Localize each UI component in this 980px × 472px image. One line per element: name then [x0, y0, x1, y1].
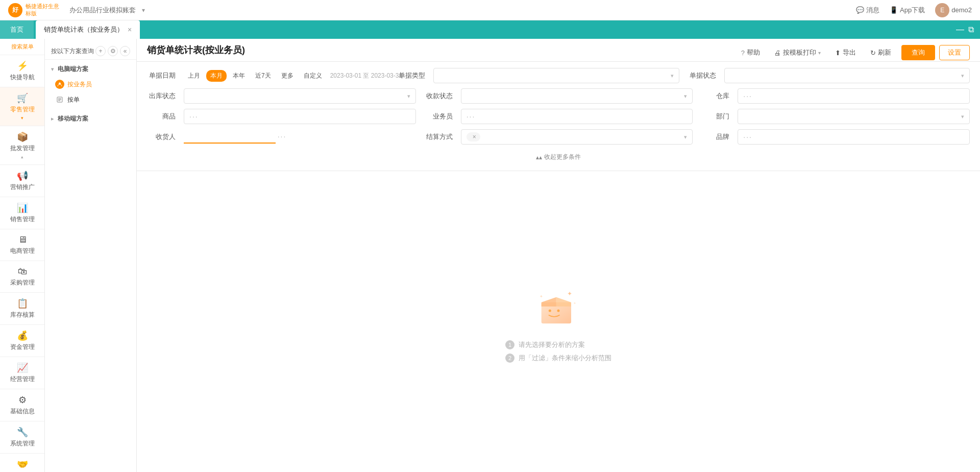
sidebar-item-wholesale[interactable]: 📦 批发管理 ▴: [0, 126, 44, 165]
app-title: 办公用品行业模拟账套: [69, 6, 136, 15]
sidebar-item-ecommerce[interactable]: 🖥 电商管理: [0, 229, 44, 261]
dept-control: ▾: [738, 109, 970, 124]
date-tab-more[interactable]: 更多: [277, 70, 298, 82]
sidebar-item-sales[interactable]: 📊 销售管理: [0, 197, 44, 229]
staff-dots: ···: [467, 112, 476, 121]
export-button[interactable]: ⬆ 导出: [831, 46, 860, 59]
doc-status-select[interactable]: ▾: [724, 68, 970, 83]
settlement-arrow: ▾: [684, 134, 687, 140]
date-tab-last-month[interactable]: 上月: [184, 70, 204, 82]
tab-close-button[interactable]: ×: [128, 26, 132, 34]
settlement-clear-button[interactable]: ×: [473, 133, 476, 140]
sidebar-item-basic[interactable]: ⚙ 基础信息: [0, 389, 44, 421]
sales-icon: 📊: [17, 202, 28, 214]
settlement-select[interactable]: × ▾: [461, 129, 693, 145]
sidebar-item-enterprise[interactable]: 🤝 企业协同: [0, 454, 44, 472]
consignee-input[interactable]: [184, 131, 276, 144]
warehouse-select[interactable]: ···: [738, 88, 970, 104]
main-layout: 搜索菜单 ⚡ 快捷导航 🛒 零售管理 ▾ 📦 批发管理 ▴ 📢 营销推广 📊 销…: [0, 39, 980, 472]
scheme-group-desktop-title[interactable]: ▾ 电脑端方案: [45, 62, 136, 77]
retail-arrow: ▾: [21, 115, 23, 121]
tab-restore-button[interactable]: ⧉: [968, 25, 974, 34]
staff-select[interactable]: ···: [461, 109, 693, 124]
date-control: 上月 本月 本年 近7天 更多 自定义 2023-03-01 至 2023-03…: [184, 70, 388, 82]
query-button[interactable]: 查询: [901, 45, 935, 60]
doc-status-label: 单据状态: [688, 71, 716, 80]
empty-state: ✦ ✦ ✦ 1 请先选择要分析的方案 2 用「过滤」条件来缩小分析范围: [505, 281, 611, 363]
scheme-collapse-button[interactable]: «: [120, 46, 130, 56]
empty-tip-1: 1 请先选择要分析的方案: [505, 340, 611, 349]
desktop-group-chevron: ▾: [51, 66, 54, 72]
app-title-dropdown[interactable]: ▾: [142, 7, 145, 14]
settlement-tag: ×: [467, 132, 480, 141]
tab-home[interactable]: 首页: [0, 20, 34, 39]
sidebar-search[interactable]: 搜索菜单: [0, 39, 44, 55]
topbar-right: 💬 消息 📱 App下载 E demo2: [856, 3, 972, 17]
help-button[interactable]: ? 帮助: [737, 46, 764, 59]
settings-button[interactable]: 设置: [939, 45, 970, 60]
empty-tips: 1 请先选择要分析的方案 2 用「过滤」条件来缩小分析范围: [505, 340, 611, 363]
sidebar-item-purchase[interactable]: 🛍 采购管理: [0, 261, 44, 293]
sidebar-item-finance[interactable]: 💰 资金管理: [0, 325, 44, 357]
staff-label: 业务员: [424, 112, 453, 121]
collapse-conditions-button[interactable]: ▴▴ 收起更多条件: [147, 150, 970, 164]
user-profile[interactable]: E demo2: [935, 3, 972, 17]
filter-area: 单据日期 上月 本月 本年 近7天 更多 自定义 2023-03-01 至 20…: [137, 62, 980, 171]
sidebar-item-retail[interactable]: 🛒 零售管理 ▾: [0, 87, 44, 126]
settlement-label: 结算方式: [424, 132, 453, 141]
scheme-item-by-order[interactable]: 按单: [45, 92, 136, 107]
product-select[interactable]: ···: [184, 109, 416, 124]
consignee-dots[interactable]: ···: [278, 132, 287, 140]
print-button[interactable]: 🖨 按模板打印 ▾: [770, 46, 825, 59]
help-icon: ?: [741, 49, 745, 57]
doc-type-select[interactable]: ▾: [433, 68, 679, 83]
sidebar-item-operations[interactable]: 📈 经营管理: [0, 357, 44, 389]
brand-select[interactable]: ···: [738, 129, 970, 145]
scheme-add-button[interactable]: +: [95, 46, 106, 56]
page-header-top: 销货单统计表(按业务员) ? 帮助 🖨 按模板打印 ▾: [147, 44, 970, 61]
date-tab-this-year[interactable]: 本年: [229, 70, 249, 82]
svg-point-9: [557, 309, 560, 312]
topbar-left: 好 畅捷通好生意 标版 办公用品行业模拟账套 ▾: [8, 3, 145, 17]
scheme-settings-button[interactable]: ⚙: [108, 46, 118, 56]
message-icon: 💬: [856, 6, 864, 14]
svg-marker-6: [542, 297, 556, 306]
doc-status-control: ▾: [724, 68, 970, 83]
dept-label: 部门: [701, 112, 729, 121]
out-status-select[interactable]: ▾: [184, 88, 416, 104]
dept-select[interactable]: ▾: [738, 109, 970, 124]
collect-status-select[interactable]: ▾: [461, 88, 693, 104]
refresh-button[interactable]: ↻ 刷新: [866, 46, 895, 59]
logo-text: 畅捷通好生意 标版: [26, 3, 59, 16]
product-control: ···: [184, 109, 416, 124]
message-button[interactable]: 💬 消息: [856, 6, 879, 15]
sidebar-item-system[interactable]: 🔧 系统管理: [0, 421, 44, 454]
date-tab-custom[interactable]: 自定义: [300, 70, 326, 82]
tip-num-2: 2: [505, 353, 514, 363]
tab-minimize-button[interactable]: —: [956, 25, 964, 34]
tab-sales-stats[interactable]: 销货单统计表（按业务员） ×: [36, 20, 140, 39]
doc-type-arrow: ▾: [671, 73, 674, 79]
system-icon: 🔧: [17, 427, 28, 438]
out-status-arrow: ▾: [407, 93, 410, 100]
dept-arrow: ▾: [961, 113, 964, 120]
date-tab-this-month[interactable]: 本月: [206, 70, 227, 82]
date-label: 单据日期: [147, 71, 176, 80]
settlement-control: × ▾: [461, 129, 693, 145]
empty-tip-2: 2 用「过滤」条件来缩小分析范围: [505, 353, 611, 363]
warehouse-control: ···: [738, 88, 970, 104]
data-area: ✦ ✦ ✦ 1 请先选择要分析的方案 2 用「过滤」条件来缩小分析范围: [137, 171, 980, 472]
product-dots: ···: [189, 112, 199, 121]
date-tab-last-7[interactable]: 近7天: [251, 70, 275, 82]
print-dropdown-icon: ▾: [818, 50, 821, 56]
scheme-group-mobile-title[interactable]: ▸ 移动端方案: [45, 111, 136, 126]
sidebar-item-inventory[interactable]: 📋 库存核算: [0, 293, 44, 325]
sidebar-item-marketing[interactable]: 📢 营销推广: [0, 165, 44, 197]
quick-nav-icon: ⚡: [17, 60, 28, 72]
filter-row-2: 出库状态 ▾ 收款状态 ▾: [147, 88, 970, 104]
filter-row-3: 商品 ··· 业务员 ··· 部门: [147, 109, 970, 124]
retail-icon: 🛒: [17, 92, 28, 104]
app-download-button[interactable]: 📱 App下载: [890, 6, 925, 15]
sidebar-item-quick-nav[interactable]: ⚡ 快捷导航: [0, 55, 44, 87]
scheme-item-by-staff[interactable]: 按业务员: [45, 77, 136, 92]
